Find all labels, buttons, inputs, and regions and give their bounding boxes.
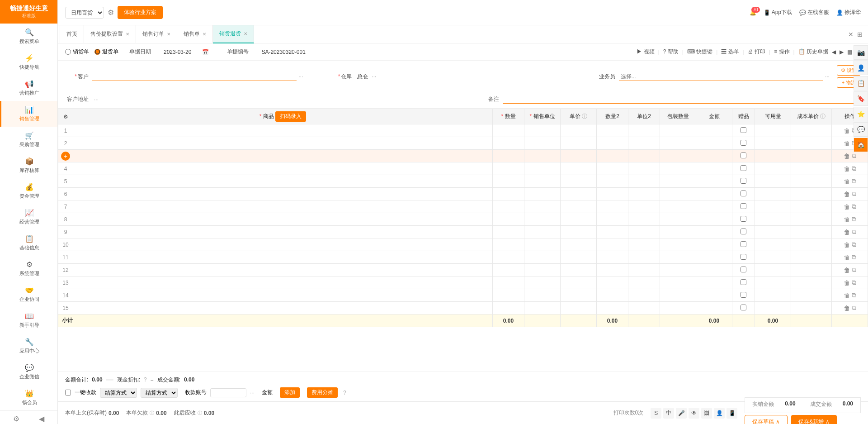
pack-qty-cell[interactable] xyxy=(660,226,696,238)
sales-unit-cell[interactable] xyxy=(524,238,561,251)
copy-row-icon[interactable]: ⧉ xyxy=(852,291,856,299)
tool-person-icon[interactable]: 👤 xyxy=(714,408,725,419)
copy-row-icon[interactable]: ⧉ xyxy=(852,241,856,248)
pack-qty-cell[interactable] xyxy=(660,124,696,137)
amount-cell[interactable] xyxy=(696,200,732,213)
tool-mic-icon[interactable]: 🎤 xyxy=(676,408,687,419)
account-input[interactable] xyxy=(210,388,246,397)
gift-cell[interactable] xyxy=(732,251,755,264)
available-cell[interactable] xyxy=(755,264,791,276)
quantity-cell[interactable] xyxy=(493,137,524,150)
print-btn[interactable]: 🖨 打印 xyxy=(748,48,765,56)
gift-checkbox[interactable] xyxy=(741,140,746,146)
delete-row-icon[interactable]: 🗑 xyxy=(844,305,850,312)
sales-unit-cell[interactable] xyxy=(524,213,561,226)
product-cell[interactable] xyxy=(73,175,493,188)
pack-qty-cell[interactable] xyxy=(660,137,696,150)
sidebar-item-operations[interactable]: 📈 经营管理 xyxy=(0,204,57,230)
delete-row-icon[interactable]: 🗑 xyxy=(844,191,850,198)
unit-price-cell[interactable] xyxy=(561,162,597,175)
quantity-cell[interactable] xyxy=(493,150,524,162)
qty2-cell[interactable] xyxy=(597,251,628,264)
sidebar-item-system[interactable]: ⚙ 系统管理 xyxy=(0,256,57,281)
customer-input[interactable] xyxy=(92,72,297,81)
unit2-cell[interactable] xyxy=(628,251,660,264)
right-btn-user[interactable]: 👤 xyxy=(854,61,868,75)
gift-cell[interactable] xyxy=(732,302,755,314)
gift-checkbox[interactable] xyxy=(741,279,746,285)
delete-row-icon[interactable]: 🗑 xyxy=(844,241,850,248)
ops-btn[interactable]: ≡ 操作 xyxy=(774,48,789,56)
quantity-cell[interactable] xyxy=(493,289,524,302)
unit2-cell[interactable] xyxy=(628,200,660,213)
gift-cell[interactable] xyxy=(732,264,755,276)
quantity-cell[interactable] xyxy=(493,251,524,264)
calc-method-select[interactable]: 结算方式 xyxy=(141,388,178,398)
unit-price-cell[interactable] xyxy=(561,175,597,188)
gift-cell[interactable] xyxy=(732,162,755,175)
qty2-cell[interactable] xyxy=(597,289,628,302)
product-cell[interactable] xyxy=(73,124,493,137)
cost-price-cell[interactable] xyxy=(791,276,832,289)
product-input[interactable] xyxy=(76,153,490,159)
radio-return-input[interactable] xyxy=(94,49,100,55)
sales-unit-cell[interactable] xyxy=(524,276,561,289)
sidebar-item-appstore[interactable]: 🔧 应用中心 xyxy=(0,333,57,359)
pack-qty-cell[interactable] xyxy=(660,213,696,226)
gift-checkbox[interactable] xyxy=(741,292,746,298)
list-view-icon[interactable]: ▦ xyxy=(847,49,852,55)
sidebar-item-inventory[interactable]: 📦 库存核算 xyxy=(0,152,57,178)
tab-close-icon[interactable]: ✕ xyxy=(167,32,170,37)
amount-cell[interactable] xyxy=(696,238,732,251)
gift-checkbox[interactable] xyxy=(741,178,746,184)
available-cell[interactable] xyxy=(755,137,791,150)
pack-qty-cell[interactable] xyxy=(660,188,696,200)
cost-price-cell[interactable] xyxy=(791,175,832,188)
amount-cell[interactable] xyxy=(696,175,732,188)
product-cell[interactable] xyxy=(73,251,493,264)
gift-cell[interactable] xyxy=(732,150,755,162)
pack-qty-cell[interactable] xyxy=(660,162,696,175)
sidebar-item-purchase[interactable]: 🛒 采购管理 xyxy=(0,127,57,152)
amount-cell[interactable] xyxy=(696,137,732,150)
fee-split-button[interactable]: 费用分摊 xyxy=(307,387,338,398)
quantity-cell[interactable] xyxy=(493,200,524,213)
tab-sales-invoice[interactable]: 销售单 ✕ xyxy=(177,25,213,43)
quantity-cell[interactable] xyxy=(493,188,524,200)
sales-unit-cell[interactable] xyxy=(524,264,561,276)
cost-price-cell[interactable] xyxy=(791,302,832,314)
one-click-payment-checkbox[interactable] xyxy=(65,390,71,395)
unit-price-cell[interactable] xyxy=(561,276,597,289)
copy-row-icon[interactable]: ⧉ xyxy=(852,165,856,172)
warehouse-select-icon[interactable]: ··· xyxy=(372,73,376,80)
product-cell[interactable] xyxy=(73,150,493,162)
radio-sales-invoice[interactable]: 销货单 xyxy=(65,48,89,56)
account-dots[interactable]: ··· xyxy=(250,390,255,396)
quantity-cell[interactable] xyxy=(493,226,524,238)
add-button[interactable]: 添加 xyxy=(280,387,300,398)
history-btn[interactable]: 📋 历史单据 xyxy=(798,48,828,56)
product-cell[interactable] xyxy=(73,289,493,302)
cost-price-cell[interactable] xyxy=(791,137,832,150)
right-btn-doc[interactable]: 📋 xyxy=(854,76,868,91)
amount-cell[interactable] xyxy=(696,302,732,314)
quantity-cell[interactable] xyxy=(493,276,524,289)
pack-qty-cell[interactable] xyxy=(660,150,696,162)
unit2-cell[interactable] xyxy=(628,137,660,150)
try-plan-button[interactable]: 体验行业方案 xyxy=(118,6,163,19)
pack-qty-cell[interactable] xyxy=(660,238,696,251)
cost-price-cell[interactable] xyxy=(791,213,832,226)
gift-cell[interactable] xyxy=(732,188,755,200)
cost-price-cell[interactable] xyxy=(791,264,832,276)
sales-unit-cell[interactable] xyxy=(524,200,561,213)
delete-row-icon[interactable]: 🗑 xyxy=(844,229,850,236)
sidebar-item-quicknav[interactable]: ⚡ 快捷导航 xyxy=(0,49,57,75)
settings-icon[interactable]: ⚙ xyxy=(13,414,19,423)
radio-sales-invoice-input[interactable] xyxy=(65,49,71,55)
tab-close-icon[interactable]: ✕ xyxy=(203,32,206,37)
gift-checkbox[interactable] xyxy=(741,165,746,171)
product-cell[interactable] xyxy=(73,213,493,226)
gift-cell[interactable] xyxy=(732,124,755,137)
right-btn-msg[interactable]: 💬 xyxy=(854,122,868,137)
customer-select-icon[interactable]: ··· xyxy=(298,73,303,80)
